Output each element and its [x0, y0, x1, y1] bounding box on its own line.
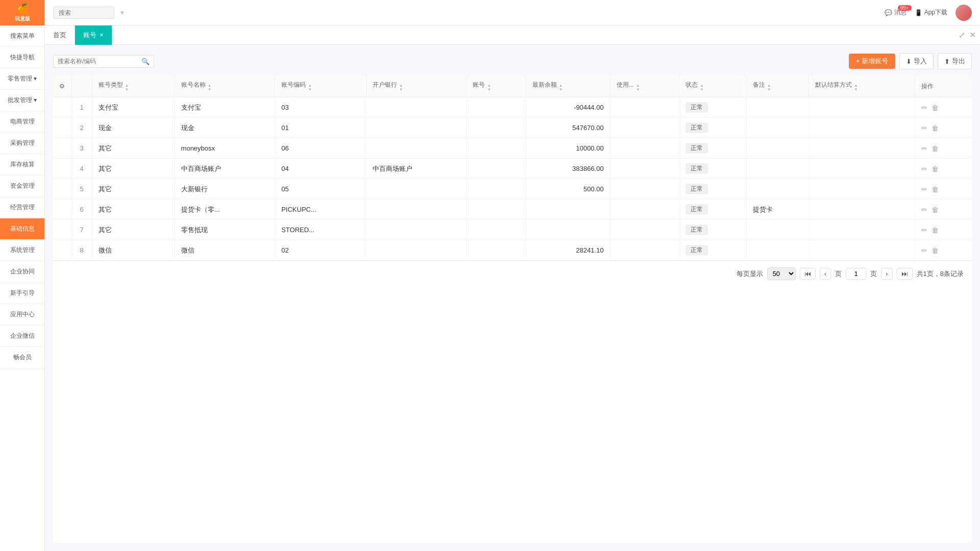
- accounts-table-container: ⚙ 账号类型▲▼ 账号名称▲▼ 账号编码▲▼ 开户银行: [53, 76, 972, 543]
- first-page-btn[interactable]: ⏮: [800, 268, 816, 280]
- add-account-button[interactable]: + 新增账号: [849, 54, 895, 69]
- prev-page-btn[interactable]: ‹: [820, 268, 831, 280]
- row-settings-cell: [53, 179, 71, 199]
- row-usage-cell: [610, 118, 679, 138]
- tab-home[interactable]: 首页: [45, 26, 75, 45]
- row-account-cell: [467, 220, 526, 240]
- user-avatar[interactable]: [955, 5, 972, 21]
- delete-icon[interactable]: 🗑: [932, 246, 939, 255]
- row-code-cell: 03: [275, 97, 366, 118]
- row-status-cell: 正常: [679, 240, 747, 261]
- tab-maximize-icon[interactable]: ⤢: [959, 30, 965, 40]
- th-balance[interactable]: 最新余额▲▼: [526, 76, 610, 97]
- tab-bar: 首页 账号 ✕ ⤢ ✕: [45, 26, 980, 45]
- th-code[interactable]: 账号编码▲▼: [275, 76, 366, 97]
- row-settings-cell: [53, 199, 71, 220]
- sidebar-item-purchase[interactable]: 采购管理: [0, 133, 44, 154]
- sidebar: 🍊 玩意版 搜索菜单 快捷导航 零售管理 ▾ 批发管理 ▾ 电商管理 采购管理 …: [0, 0, 45, 551]
- phone-icon: 📱: [915, 9, 922, 16]
- export-icon: ⬆: [944, 58, 950, 65]
- delete-icon[interactable]: 🗑: [932, 226, 939, 234]
- th-status[interactable]: 状态▲▼: [679, 76, 747, 97]
- row-name-cell: 现金: [175, 118, 275, 138]
- per-page-select[interactable]: 50 100: [767, 267, 796, 280]
- th-default-settlement[interactable]: 默认结算方式▲▼: [808, 76, 915, 97]
- delete-icon[interactable]: 🗑: [932, 206, 939, 214]
- global-search-input[interactable]: [53, 7, 114, 19]
- th-type[interactable]: 账号类型▲▼: [92, 76, 175, 97]
- sidebar-item-wholesale[interactable]: 批发管理 ▾: [0, 90, 44, 111]
- row-bank-cell: [366, 138, 467, 159]
- tab-close-all-icon[interactable]: ✕: [969, 30, 976, 40]
- th-remark[interactable]: 备注▲▼: [746, 76, 808, 97]
- page-input[interactable]: [846, 268, 866, 280]
- import-button[interactable]: ⬇ 导入: [899, 53, 934, 69]
- sidebar-item-operation[interactable]: 经营管理: [0, 197, 44, 218]
- tab-account[interactable]: 账号 ✕: [75, 26, 112, 45]
- sidebar-item-wechat[interactable]: 企业微信: [0, 325, 44, 347]
- page-of-label: 页: [870, 269, 877, 279]
- row-balance-cell: 383866.00: [526, 159, 610, 179]
- row-remark-cell: [746, 179, 808, 199]
- row-balance-cell: -90444.00: [526, 97, 610, 118]
- message-icon: 💬: [885, 9, 892, 16]
- last-page-btn[interactable]: ⏭: [897, 268, 913, 280]
- sidebar-item-shortcut[interactable]: 快捷导航: [0, 47, 44, 68]
- edit-icon[interactable]: ✏: [921, 185, 927, 193]
- sidebar-item-appstore[interactable]: 应用中心: [0, 304, 44, 325]
- sidebar-item-guide[interactable]: 新手引导: [0, 283, 44, 304]
- edit-icon[interactable]: ✏: [921, 165, 927, 173]
- delete-icon[interactable]: 🗑: [932, 144, 939, 153]
- message-button[interactable]: 💬 消息 99+: [885, 8, 906, 17]
- delete-icon[interactable]: 🗑: [932, 185, 939, 193]
- row-settings-cell: [53, 159, 71, 179]
- row-settlement-cell: [808, 240, 915, 261]
- header-dropdown-icon[interactable]: ▾: [120, 9, 124, 16]
- row-bank-cell: [366, 199, 467, 220]
- sidebar-item-basic[interactable]: 基础信息: [0, 218, 44, 240]
- tab-close-icon[interactable]: ✕: [100, 32, 104, 38]
- row-balance-cell: [526, 220, 610, 240]
- search-input[interactable]: [58, 58, 139, 65]
- edit-icon[interactable]: ✏: [921, 206, 927, 214]
- edit-icon[interactable]: ✏: [921, 124, 927, 132]
- app-download-button[interactable]: 📱 App下载: [915, 8, 947, 17]
- row-bank-cell: [366, 97, 467, 118]
- row-account-cell: [467, 138, 526, 159]
- th-settings[interactable]: ⚙: [53, 76, 71, 97]
- edit-icon[interactable]: ✏: [921, 144, 927, 153]
- sidebar-item-cooperation[interactable]: 企业协同: [0, 261, 44, 283]
- row-name-cell: 中百商场账户: [175, 159, 275, 179]
- sidebar-item-inventory[interactable]: 库存核算: [0, 154, 44, 176]
- sidebar-item-ecommerce[interactable]: 电商管理: [0, 111, 44, 133]
- delete-icon[interactable]: 🗑: [932, 104, 939, 112]
- row-balance-cell: [526, 199, 610, 220]
- sidebar-item-system[interactable]: 系统管理: [0, 240, 44, 261]
- th-num: [71, 76, 92, 97]
- search-icon[interactable]: 🔍: [141, 58, 150, 65]
- th-name[interactable]: 账号名称▲▼: [175, 76, 275, 97]
- page-label: 页: [835, 269, 842, 279]
- table-row: 6 其它 提货卡（零... PICKUPC... 正常 提货卡 ✏ 🗑: [53, 199, 972, 220]
- export-button[interactable]: ⬆ 导出: [938, 53, 972, 69]
- sidebar-item-retail[interactable]: 零售管理 ▾: [0, 68, 44, 90]
- sidebar-item-finance[interactable]: 资金管理: [0, 176, 44, 197]
- th-usage[interactable]: 使用...▲▼: [610, 76, 679, 97]
- row-action-cell: ✏ 🗑: [915, 118, 972, 138]
- row-num-cell: 5: [71, 179, 92, 199]
- row-remark-cell: [746, 138, 808, 159]
- th-bank[interactable]: 开户银行▲▼: [366, 76, 467, 97]
- edit-icon[interactable]: ✏: [921, 104, 927, 112]
- row-name-cell: moneybosx: [175, 138, 275, 159]
- row-num-cell: 1: [71, 97, 92, 118]
- next-page-btn[interactable]: ›: [881, 268, 892, 280]
- edit-icon[interactable]: ✏: [921, 246, 927, 255]
- sidebar-item-member[interactable]: 畅会员: [0, 347, 44, 368]
- delete-icon[interactable]: 🗑: [932, 165, 939, 173]
- th-account[interactable]: 账号▲▼: [467, 76, 526, 97]
- row-usage-cell: [610, 240, 679, 261]
- delete-icon[interactable]: 🗑: [932, 124, 939, 132]
- edit-icon[interactable]: ✏: [921, 226, 927, 234]
- sidebar-item-search[interactable]: 搜索菜单: [0, 26, 44, 47]
- pagination: 每页显示 50 100 ⏮ ‹ 页 页 › ⏭ 共1页，8条记录: [53, 261, 972, 286]
